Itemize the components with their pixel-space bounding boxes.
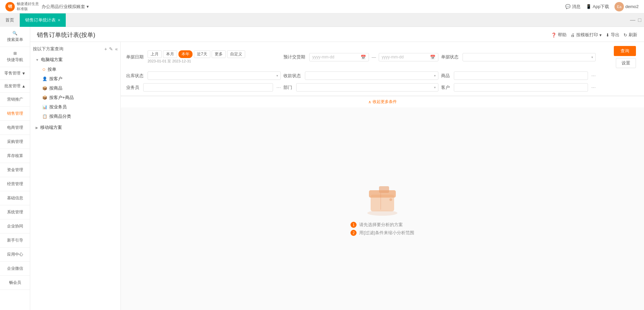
export-button[interactable]: ⬇ 导出: [606, 32, 620, 38]
mobile-section-label: 移动端方案: [40, 124, 62, 131]
sidebar-ecommerce[interactable]: 电商管理: [0, 121, 30, 135]
query-button[interactable]: 查询: [614, 46, 636, 56]
sidebar-finance[interactable]: 资金管理: [0, 163, 30, 177]
sidebar-wechat[interactable]: 企业微信: [0, 262, 30, 276]
tree-desktop-section[interactable]: ▼ 电脑端方案: [33, 55, 118, 65]
expected-date-start[interactable]: yyyy-mm-dd 📅: [309, 53, 369, 61]
empty-illustration: [362, 179, 402, 216]
message-button[interactable]: 💬 消息: [565, 4, 581, 10]
sidebar-quick-nav[interactable]: ⊞ 快捷导航: [0, 47, 30, 67]
sidebar-operations[interactable]: 经营管理: [0, 177, 30, 191]
sidebar-app-center[interactable]: 应用中心: [0, 248, 30, 262]
print-icon: 🖨: [571, 33, 575, 38]
tree-mobile-section[interactable]: ▶ 移动端方案: [33, 122, 118, 133]
sidebar-sales-mgmt[interactable]: 销售管理: [0, 107, 30, 121]
date-this-month[interactable]: 本月: [163, 50, 177, 58]
date-custom[interactable]: 自定义: [227, 50, 245, 58]
dept-select[interactable]: [296, 83, 438, 92]
maximize-button[interactable]: □: [638, 17, 641, 23]
date-separator: —: [372, 55, 376, 60]
filter-dept-cell: 部门 ▾: [283, 83, 438, 92]
filter-customer-cell: 客户 ···: [441, 83, 596, 92]
salesman-label: 业务员: [126, 85, 139, 91]
grid-icon: ⊞: [13, 51, 17, 56]
goods-more-icon[interactable]: ···: [591, 73, 596, 79]
filter-expected-date-cell: 预计交货期 yyyy-mm-dd 📅 — yyyy-mm-dd 📅: [283, 53, 438, 61]
filter-salesman-cell: 业务员 ···: [126, 83, 281, 92]
page-actions: ❓ 帮助 🖨 按模板打印 ▾ ⬇ 导出 ↻ 刷新: [551, 32, 637, 38]
expected-date-end[interactable]: yyyy-mm-dd 📅: [379, 53, 438, 61]
user-menu[interactable]: Ea demo2: [614, 2, 639, 11]
date-this-year[interactable]: 本年: [178, 50, 193, 58]
account-dropdown[interactable]: 办公用品行业模拟账套 ▾: [42, 4, 89, 10]
pay-status-select[interactable]: [305, 71, 438, 80]
settings-button[interactable]: 设置: [616, 58, 636, 68]
sidebar-basic-info[interactable]: 基础信息: [0, 191, 30, 205]
print-button[interactable]: 🖨 按模板打印 ▾: [571, 32, 602, 38]
app-download-button[interactable]: 📱 App下载: [586, 4, 609, 10]
expected-date-label: 预计交货期: [283, 54, 305, 60]
empty-svg: [362, 179, 402, 216]
tree-expand-icon: ▼: [36, 58, 39, 62]
sidebar-retail-mgmt[interactable]: 零售管理 ▼: [0, 67, 30, 80]
sidebar-inventory[interactable]: 库存核算: [0, 149, 30, 163]
empty-hint-1: 1 请先选择要分析的方案: [351, 222, 414, 228]
by-goods-icon: 📦: [42, 86, 47, 91]
collapse-bar[interactable]: ∧ 收起更多条件: [121, 96, 644, 107]
desktop-section-label: 电脑端方案: [41, 57, 63, 63]
tab-sales-order[interactable]: 销售订单统计表 ×: [20, 13, 66, 27]
customer-more-icon[interactable]: ···: [591, 85, 596, 91]
tree-desktop-items: ○ 按单 👤 按客户 📦 按商品 📦 按客户+商品: [33, 65, 118, 121]
tree-item-by-goods[interactable]: 📦 按商品: [40, 84, 118, 93]
sidebar-enterprise[interactable]: 企业协同: [0, 219, 30, 234]
status-select-wrap: ▾: [463, 53, 596, 61]
refresh-button[interactable]: ↻ 刷新: [624, 32, 637, 38]
status-select[interactable]: [463, 53, 596, 61]
sidebar: 🔍 搜索菜单 ⊞ 快捷导航 零售管理 ▼ 批发管理 ▲ 营销推广 销售管理 电商…: [0, 27, 30, 310]
tree-mobile-expand-icon: ▶: [36, 126, 38, 130]
salesman-more-icon[interactable]: ···: [276, 85, 281, 91]
by-order-icon: ○: [42, 66, 46, 72]
sidebar-new-guide[interactable]: 新手引导: [0, 234, 30, 248]
date-last-7-days[interactable]: 近7天: [194, 50, 210, 58]
tab-bar: 首页 销售订单统计表 × — □: [0, 13, 644, 27]
chevron-up-icon: ▲: [22, 84, 26, 89]
sidebar-member[interactable]: 畅会员: [0, 276, 30, 290]
top-bar-right: 💬 消息 📱 App下载 Ea demo2: [565, 2, 639, 11]
tree-item-by-customer[interactable]: 👤 按客户: [40, 74, 118, 84]
tree-item-by-category[interactable]: 📋 按商品分类: [40, 112, 118, 121]
sidebar-search[interactable]: 🔍 搜索菜单: [0, 27, 30, 47]
collapse-panel-button[interactable]: «: [115, 46, 118, 52]
top-bar: 销 畅捷通好生意 标准版 办公用品行业模拟账套 ▾ 💬 消息 📱 App下载 E…: [0, 0, 644, 13]
svg-rect-3: [379, 186, 389, 193]
content-area: 销售订单统计表(按单) ❓ 帮助 🖨 按模板打印 ▾ ⬇ 导出 ↻ 刷新: [30, 27, 644, 310]
tree-item-by-customer-goods[interactable]: 📦 按客户+商品: [40, 93, 118, 102]
message-icon: 💬: [565, 4, 571, 9]
sidebar-purchase[interactable]: 采购管理: [0, 135, 30, 149]
goods-label: 商品: [441, 73, 450, 79]
date-last-month[interactable]: 上月: [148, 50, 162, 58]
svg-point-4: [389, 198, 392, 201]
search-icon: 🔍: [12, 31, 17, 36]
sidebar-marketing[interactable]: 营销推广: [0, 93, 30, 107]
goods-input[interactable]: [454, 71, 588, 80]
refresh-icon: ↻: [624, 33, 627, 38]
tree-item-by-order[interactable]: ○ 按单: [40, 65, 118, 74]
top-bar-left: 销 畅捷通好生意 标准版 办公用品行业模拟账套 ▾: [5, 2, 89, 11]
date-label: 单据日期: [126, 54, 144, 60]
date-more[interactable]: 更多: [212, 50, 226, 58]
sidebar-wholesale-mgmt[interactable]: 批发管理 ▲: [0, 80, 30, 93]
pay-status-label: 收款状态: [283, 73, 301, 79]
tab-close-button[interactable]: ×: [58, 17, 60, 23]
help-button[interactable]: ❓ 帮助: [551, 32, 567, 38]
add-scheme-button[interactable]: +: [104, 46, 107, 52]
filter-ship-status-cell: 出库状态 ▾: [126, 71, 281, 80]
ship-status-select[interactable]: [148, 71, 281, 80]
sidebar-system[interactable]: 系统管理: [0, 205, 30, 219]
customer-input[interactable]: [454, 83, 588, 92]
tab-home[interactable]: 首页: [0, 13, 20, 27]
minimize-button[interactable]: —: [630, 17, 635, 23]
salesman-input[interactable]: [143, 83, 273, 92]
edit-scheme-button[interactable]: ✎: [109, 46, 113, 52]
tree-item-by-salesman[interactable]: 📊 按业务员: [40, 102, 118, 112]
